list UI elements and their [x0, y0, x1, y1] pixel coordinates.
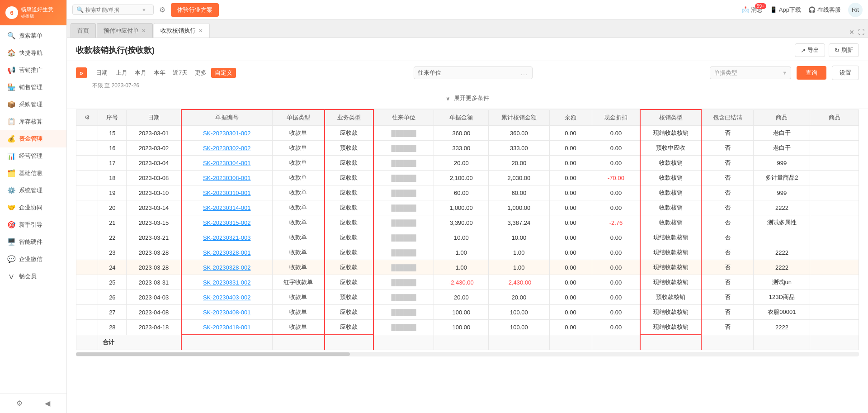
sno-link[interactable]: SK-20230310-001 [203, 190, 251, 196]
query-btn[interactable]: 查询 [797, 66, 826, 80]
refresh-btn[interactable]: ↻ 刷新 [829, 43, 859, 57]
last-month-btn[interactable]: 上月 [113, 68, 130, 78]
sno-link[interactable]: SK-20230321-003 [203, 234, 251, 241]
this-month-btn[interactable]: 本月 [132, 68, 149, 78]
cell-include: 否 [701, 275, 754, 290]
col-gear-header[interactable]: ⚙ [76, 109, 98, 126]
bill-type-filter-wrap[interactable]: 单据类型 ▼ [710, 66, 791, 79]
col-date-header[interactable]: 日期 [127, 109, 181, 126]
cell-goods: 测试jun [754, 275, 810, 290]
data-table-wrap: ⚙ 序号 日期 单据编号 单据类型 业务类型 往来单位 单据金额 累计核销金额 … [67, 109, 868, 413]
cell-biz-type: 应收款 [325, 230, 373, 245]
sidebar-item-ops[interactable]: 📊 经营管理 [0, 147, 66, 165]
export-btn[interactable]: ↗ 导出 [795, 43, 825, 57]
expand-tab-btn[interactable]: ⛶ [858, 28, 864, 36]
sidebar-item-quicknav[interactable]: 🏠 快捷导航 [0, 44, 66, 62]
col-sno-header[interactable]: 单据编号 [181, 109, 272, 126]
partner-filter-wrap[interactable]: 往来单位 ... [414, 66, 533, 79]
solution-btn[interactable]: 体验行业方案 [171, 3, 219, 17]
tab-verify-close[interactable]: ✕ [198, 28, 203, 34]
sidebar-item-wechat[interactable]: 💬 企业微信 [0, 251, 66, 268]
tabbar: 首页 预付冲应付单 ✕ 收款核销执行 ✕ ✕ ⛶ [67, 20, 868, 38]
col-biz-type-header[interactable]: 业务类型 [325, 109, 373, 126]
col-cls-type-header[interactable]: 核销类型 [640, 109, 701, 126]
col-include-header[interactable]: 包含已结清 [701, 109, 754, 126]
col-partner-header[interactable]: 往来单位 [373, 109, 434, 126]
cell-goods: 2222 [754, 260, 810, 275]
col-balance-header[interactable]: 余额 [549, 109, 592, 126]
sidebar-item-search[interactable]: 🔍 搜索菜单 [0, 27, 66, 44]
sidebar-item-finance[interactable]: 💰 资金管理 [0, 130, 66, 147]
settings-footer-btn[interactable]: ⚙ [16, 399, 23, 408]
user-avatar[interactable]: Rit [848, 3, 863, 17]
cell-cls-type: 现结收款核销 [640, 230, 701, 245]
sidebar-item-inventory[interactable]: 📋 库存核算 [0, 113, 66, 130]
cell-verified: 100.00 [489, 320, 549, 335]
sno-link[interactable]: SK-20230328-001 [203, 249, 251, 256]
custom-date-btn[interactable]: 自定义 [211, 68, 236, 78]
col-bill-type-header[interactable]: 单据类型 [272, 109, 325, 126]
gear-settings-icon[interactable]: ⚙ [157, 5, 167, 14]
support-btn[interactable]: 🎧 在线客服 [808, 6, 841, 14]
sno-link[interactable]: SK-20230308-001 [203, 175, 251, 181]
sno-link[interactable]: SK-20230418-001 [203, 324, 251, 331]
dropdown-arrow-icon: ▼ [142, 7, 146, 13]
sno-link[interactable]: SK-20230408-001 [203, 309, 251, 316]
message-btn[interactable]: 📩 消息 99+ [742, 6, 763, 14]
sno-link[interactable]: SK-20230315-002 [203, 219, 251, 226]
col-amount-header[interactable]: 单据金额 [434, 109, 489, 126]
cell-date: 2023-03-08 [127, 171, 181, 185]
sno-link[interactable]: SK-20230304-001 [203, 160, 251, 166]
sno-link[interactable]: SK-20230331-002 [203, 279, 251, 286]
more-date-btn[interactable]: 更多 [192, 68, 209, 78]
tab-home[interactable]: 首页 [71, 23, 96, 38]
col-discount-header[interactable]: 现金折扣 [592, 109, 640, 126]
cell-discount: 0.00 [592, 230, 640, 245]
tab-prepay[interactable]: 预付冲应付单 ✕ [97, 23, 153, 38]
table-row: 16 2023-03-02 SK-20230302-002 收款单 预收款 ██… [76, 141, 859, 156]
sidebar-item-guide[interactable]: 🎯 新手引导 [0, 216, 66, 233]
settings-filter-btn[interactable]: 设置 [832, 66, 859, 80]
this-year-btn[interactable]: 本年 [151, 68, 168, 78]
sidebar-item-hardware[interactable]: 🖥️ 智能硬件 [0, 233, 66, 251]
last-7days-btn[interactable]: 近7天 [170, 68, 190, 78]
horizontal-scrollbar[interactable] [76, 352, 859, 356]
cell-cls-type: 现结收款核销 [640, 245, 701, 260]
sidebar-item-search-label: 搜索菜单 [19, 32, 42, 40]
partner-filter-input[interactable] [443, 70, 519, 76]
expand-more-btn[interactable]: ∨ 展开更多条件 [446, 92, 489, 104]
cell-cls-type: 现结收款核销 [640, 305, 701, 320]
cell-discount: 0.00 [592, 141, 640, 156]
col-verified-header[interactable]: 累计核销金额 [489, 109, 549, 126]
sidebar-item-sales[interactable]: 🏪 销售管理 [0, 79, 66, 96]
col-goods2-header[interactable]: 商品 [810, 109, 859, 126]
cell-goods2 [810, 171, 859, 185]
sidebar-item-basic[interactable]: 🗂️ 基础信息 [0, 165, 66, 182]
sno-link[interactable]: SK-20230403-002 [203, 294, 251, 301]
cell-verified: 60.00 [489, 185, 549, 200]
bill-type-filter-label: 单据类型 [714, 69, 780, 77]
cell-goods2 [810, 260, 859, 275]
sno-link[interactable]: SK-20230314-001 [203, 204, 251, 211]
filter-toggle-btn[interactable]: » [76, 67, 87, 78]
close-all-tabs-btn[interactable]: ✕ [849, 28, 854, 36]
tab-prepay-close[interactable]: ✕ [142, 28, 146, 34]
sno-link[interactable]: SK-20230301-002 [203, 130, 251, 137]
cell-sno: SK-20230314-001 [181, 200, 272, 215]
sidebar-item-coop[interactable]: 🤝 企业协同 [0, 199, 66, 216]
app-download-btn[interactable]: 📱 App下载 [770, 6, 801, 14]
collapse-sidebar-btn[interactable]: ◀ [45, 399, 50, 408]
sidebar-item-purchase[interactable]: 📦 采购管理 [0, 96, 66, 113]
col-goods-header[interactable]: 商品 [754, 109, 810, 126]
search-input[interactable] [85, 7, 140, 13]
column-settings-icon[interactable]: ⚙ [85, 114, 90, 121]
sidebar-item-member[interactable]: V 畅会员 [0, 268, 66, 285]
search-wrap[interactable]: 🔍 ▼ [72, 5, 154, 15]
cell-seq: 18 [98, 171, 127, 185]
sidebar-item-marketing[interactable]: 📢 营销推广 [0, 62, 66, 79]
tab-verify[interactable]: 收款核销执行 ✕ [154, 23, 210, 38]
table-total-row: 合计 [76, 335, 859, 350]
sidebar-item-system[interactable]: ⚙️ 系统管理 [0, 182, 66, 199]
sno-link[interactable]: SK-20230328-002 [203, 264, 251, 271]
sno-link[interactable]: SK-20230302-002 [203, 145, 251, 152]
